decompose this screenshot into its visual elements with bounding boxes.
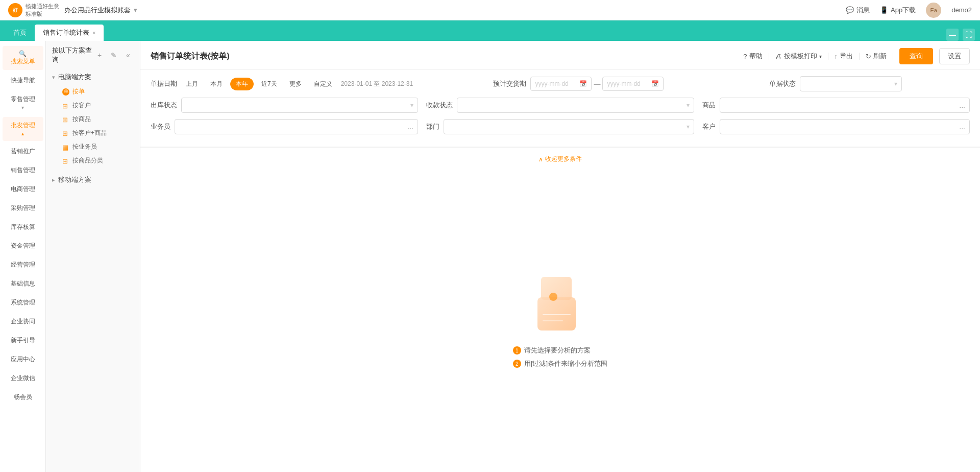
- sidebar-item-member[interactable]: 畅会员: [3, 389, 43, 406]
- collapse-panel-button[interactable]: «: [122, 50, 134, 61]
- tab-expand-button[interactable]: ⛶: [963, 29, 975, 41]
- tree-mobile-label[interactable]: ▸ 移动端方案: [52, 173, 134, 187]
- tree-item-by-category[interactable]: ⊞ 按商品分类: [56, 154, 140, 168]
- chevron-down-icon: ▾: [687, 123, 690, 130]
- sidebar-item-wholesale-mgmt[interactable]: 批发管理 ▴: [3, 117, 43, 141]
- edit-scheme-button[interactable]: ✎: [108, 50, 119, 61]
- filter-area: 单据日期 上月 本月 本年 近7天 更多 自定义 2023-01-01 至 20…: [140, 70, 980, 147]
- sidebar-item-finance[interactable]: 资金管理: [3, 238, 43, 254]
- more-date-btn[interactable]: 更多: [285, 78, 306, 90]
- date-filter-group: 单据日期 上月 本月 本年 近7天 更多 自定义 2023-01-01 至 20…: [151, 78, 485, 90]
- sidebar-item-enterprise-wechat[interactable]: 企业微信: [3, 370, 43, 387]
- sidebar-item-inventory[interactable]: 库存核算: [3, 219, 43, 235]
- right-panel: 销售订单统计表(按单) ? 帮助 🖨 按模板打印 ▾ ↑ 导出: [140, 41, 980, 472]
- tree-item-by-order[interactable]: 单 按单: [56, 85, 140, 99]
- tab-close-icon[interactable]: ×: [92, 30, 95, 36]
- sidebar-item-search-menu[interactable]: 🔍 搜索菜单: [3, 46, 43, 70]
- department-label: 部门: [426, 122, 439, 131]
- header-right: 💬 消息 📱 App下载 Ea demo2: [846, 3, 972, 18]
- customer-select[interactable]: ...: [720, 119, 970, 134]
- product-select[interactable]: ...: [720, 98, 970, 113]
- left-panel-title: 按以下方案查询: [52, 46, 94, 64]
- avatar[interactable]: Ea: [926, 3, 941, 18]
- date-filter-buttons: 上月 本月 本年 近7天 更多 自定义: [181, 78, 337, 90]
- last-month-btn[interactable]: 上月: [181, 78, 203, 90]
- setting-button[interactable]: 设置: [939, 48, 970, 64]
- sidebar-item-app-center[interactable]: 应用中心: [3, 351, 43, 368]
- chevron-down-icon: ▾: [894, 80, 897, 87]
- query-button[interactable]: 查询: [899, 48, 933, 64]
- hint-item-2: 2 用[过滤]条件来缩小分析范围: [513, 359, 607, 368]
- chevron-right-icon: ▸: [52, 177, 55, 183]
- sidebar-item-enterprise[interactable]: 企业协同: [3, 313, 43, 330]
- expected-date-start[interactable]: yyyy-mm-dd 📅: [530, 77, 592, 91]
- calendar-icon: 📅: [651, 80, 659, 87]
- sidebar-item-system-mgmt[interactable]: 系统管理: [3, 294, 43, 311]
- tree-item-by-product[interactable]: ⊞ 按商品: [56, 112, 140, 126]
- payment-status-select[interactable]: ▾: [457, 98, 694, 113]
- tree-item-by-salesman[interactable]: ▦ 按业务员: [56, 140, 140, 154]
- logo-area: 好 畅捷通好生意 标准版: [8, 3, 59, 17]
- department-select[interactable]: ▾: [444, 119, 694, 134]
- tree-item-by-cust-prod[interactable]: ⊞ 按客户+商品: [56, 126, 140, 140]
- export-button[interactable]: ↑ 导出: [835, 52, 853, 61]
- more-icon[interactable]: ...: [959, 101, 965, 109]
- main-content: 🔍 搜索菜单 快捷导航 零售管理 ▾ 批发管理 ▴ 营销推广 销售管理 电商管理…: [0, 41, 980, 472]
- divider: [828, 53, 828, 60]
- left-panel-header: 按以下方案查询 + ✎ «: [46, 41, 140, 67]
- bill-status-group: 单据状态 ▾: [769, 76, 970, 91]
- help-button[interactable]: ? 帮助: [743, 52, 762, 61]
- collapse-button[interactable]: ∧ 收起更多条件: [535, 152, 585, 167]
- chevron-down-icon: ▾: [687, 102, 690, 109]
- refresh-button[interactable]: ↻ 刷新: [866, 52, 887, 61]
- custom-date-btn[interactable]: 自定义: [309, 78, 337, 90]
- expected-date-end[interactable]: yyyy-mm-dd 📅: [602, 77, 664, 91]
- salesman-label: 业务员: [151, 122, 170, 131]
- sidebar-item-quick-nav[interactable]: 快捷导航: [3, 72, 43, 89]
- payment-status-label: 收款状态: [426, 101, 453, 110]
- breadcrumb: 办公用品行业模拟账套 ▾: [64, 6, 137, 15]
- this-year-btn[interactable]: 本年: [230, 78, 254, 90]
- sidebar-item-marketing[interactable]: 营销推广: [3, 143, 43, 160]
- sidebar-item-purchase-mgmt[interactable]: 采购管理: [3, 200, 43, 217]
- this-month-btn[interactable]: 本月: [206, 78, 227, 90]
- tree-item-by-customer[interactable]: ⊞ 按客户: [56, 99, 140, 112]
- collapse-area: ∧ 收起更多条件: [140, 147, 980, 171]
- export-icon: ↑: [835, 53, 838, 60]
- sidebar-item-operations[interactable]: 经营管理: [3, 256, 43, 273]
- tab-minimize-button[interactable]: —: [946, 29, 959, 41]
- more-icon[interactable]: ...: [408, 123, 414, 131]
- sidebar-item-sales-mgmt[interactable]: 销售管理: [3, 162, 43, 179]
- tree-section-pc: ▾ 电脑端方案 单 按单 ⊞ 按客户 ⊞ 按商品 ⊞ 按客户+商品: [46, 67, 140, 170]
- message-button[interactable]: 💬 消息: [846, 6, 870, 15]
- calendar-icon: 📅: [579, 80, 587, 87]
- bar-icon: ▦: [62, 144, 69, 151]
- app-download-button[interactable]: 📱 App下载: [880, 6, 916, 15]
- date-filter-label: 单据日期: [151, 79, 177, 88]
- chevron-down-icon[interactable]: ▾: [134, 6, 137, 14]
- expected-date-group: 预计交货期 yyyy-mm-dd 📅 — yyyy-mm-dd 📅: [493, 77, 761, 91]
- more-icon[interactable]: ...: [959, 123, 965, 131]
- sidebar-item-new-guide[interactable]: 新手引导: [3, 332, 43, 349]
- hint-num-1: 1: [513, 346, 521, 355]
- payment-status-group: 收款状态 ▾: [426, 98, 694, 113]
- sidebar-item-retail-mgmt[interactable]: 零售管理 ▾: [3, 91, 43, 115]
- ship-status-group: 出库状态 ▾: [151, 98, 418, 113]
- filter-row-1: 单据日期 上月 本月 本年 近7天 更多 自定义 2023-01-01 至 20…: [151, 76, 970, 91]
- print-button[interactable]: 🖨 按模板打印 ▾: [775, 52, 822, 61]
- tab-home[interactable]: 首页: [5, 25, 35, 41]
- last7days-btn[interactable]: 近7天: [257, 78, 282, 90]
- ship-status-select[interactable]: ▾: [181, 98, 418, 113]
- chevron-down-icon: ▾: [819, 54, 822, 59]
- left-panel: 按以下方案查询 + ✎ « ▾ 电脑端方案 单 按单 ⊞ 按客户: [46, 41, 140, 472]
- salesman-select[interactable]: ...: [175, 119, 418, 134]
- help-icon: ?: [743, 53, 747, 60]
- bill-status-select[interactable]: ▾: [800, 76, 902, 91]
- add-scheme-button[interactable]: +: [94, 50, 105, 61]
- product-group: 商品 ...: [702, 98, 970, 113]
- sidebar-item-base-info[interactable]: 基础信息: [3, 275, 43, 292]
- tree-parent-pc[interactable]: ▾ 电脑端方案: [46, 69, 140, 85]
- sidebar-item-ecommerce[interactable]: 电商管理: [3, 181, 43, 198]
- sidebar: 🔍 搜索菜单 快捷导航 零售管理 ▾ 批发管理 ▴ 营销推广 销售管理 电商管理…: [0, 41, 46, 472]
- tab-sales-order[interactable]: 销售订单统计表 ×: [35, 25, 104, 41]
